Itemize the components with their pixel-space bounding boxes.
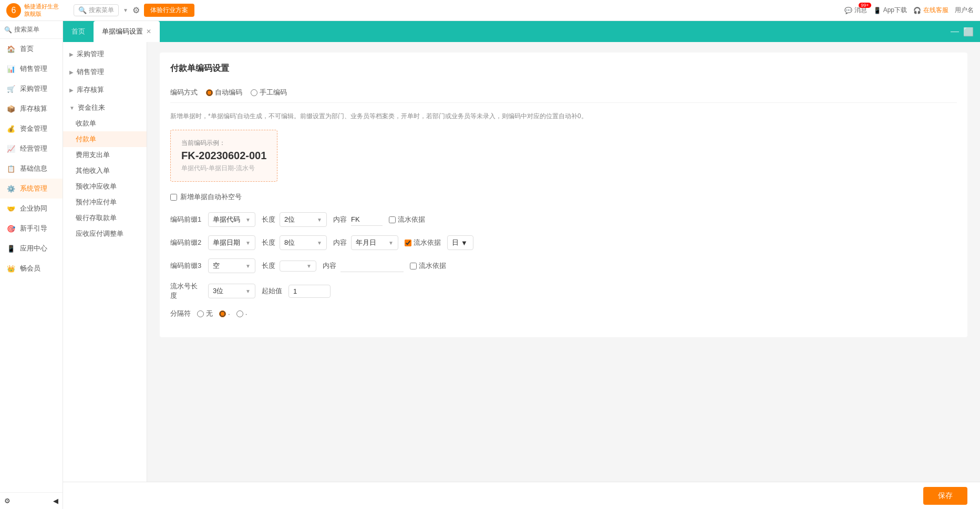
sales-icon: 📊 (6, 64, 16, 74)
example-code: FK-20230602-001 (181, 150, 266, 162)
subnav-group-inventory: ▶ 库存核算 (63, 82, 147, 98)
subnav-item-payment[interactable]: 付款单 (63, 131, 147, 147)
base-icon: 📋 (6, 164, 16, 173)
sidebar-item-label: 基础信息 (20, 164, 47, 173)
sidebar-item-corp[interactable]: 🤝 企业协同 (0, 199, 63, 219)
prefix3-content-input (341, 259, 404, 272)
app-download-button[interactable]: 📱 App下载 (873, 6, 907, 15)
sep-dot-radio[interactable] (219, 310, 226, 317)
message-icon: 💬 (844, 7, 852, 14)
online-service-button[interactable]: 🎧 在线客服 (913, 6, 948, 15)
sidebar-item-purchase[interactable]: 🛒 采购管理 (0, 79, 63, 99)
prefix1-serial-label: 流水依据 (398, 215, 425, 224)
prefix2-chevron-icon: ▼ (245, 240, 251, 246)
subnav-item-adjust[interactable]: 应收应付调整单 (63, 226, 147, 242)
sidebar-item-guide[interactable]: 🎯 新手引导 (0, 219, 63, 238)
prefix3-content-label: 内容 (323, 261, 336, 271)
subnav-item-bank[interactable]: 银行存取款单 (63, 210, 147, 226)
sidebar-item-label: 企业协同 (20, 204, 47, 213)
subnav-group-sales-title[interactable]: ▶ 销售管理 (63, 64, 147, 80)
sep-dot-option[interactable]: · (219, 310, 230, 318)
sep-dot2-option[interactable]: · (236, 310, 247, 318)
prefix2-length-group: 长度 8位 ▼ (262, 235, 327, 250)
sidebar: 🔍 搜索菜单 🏠 首页 📊 销售管理 🛒 采购管理 📦 库存核算 💰 资金管理 … (0, 21, 63, 509)
prefix2-serial-label: 流水依据 (414, 238, 441, 247)
sidebar-item-operation[interactable]: 📈 经营管理 (0, 139, 63, 159)
sidebar-collapse-icon[interactable]: ◀ (53, 497, 58, 505)
prefix2-content-select[interactable]: 年月日 ▼ (351, 235, 398, 250)
sidebar-item-base[interactable]: 📋 基础信息 (0, 159, 63, 179)
prefix2-serial-unit-select[interactable]: 日 ▼ (447, 235, 473, 250)
settings-icon[interactable]: ⚙ (132, 5, 140, 15)
subnav-item-pre-pay[interactable]: 预付冲应付单 (63, 194, 147, 210)
tab-minimize-button[interactable]: — (951, 27, 959, 36)
prefix3-length-group: 长度 ▼ (262, 261, 316, 272)
prefix2-length-select[interactable]: 8位 ▼ (280, 235, 327, 250)
prefix1-serial-check[interactable] (389, 216, 396, 223)
serial-start-input[interactable] (288, 285, 331, 298)
subnav-group-purchase-title[interactable]: ▶ 采购管理 (63, 46, 147, 62)
sidebar-item-inventory[interactable]: 📦 库存核算 (0, 99, 63, 119)
prefix3-length-select[interactable]: ▼ (280, 261, 316, 272)
sidebar-item-system[interactable]: ⚙️ 系统管理 (0, 179, 63, 199)
subnav-item-expense[interactable]: 费用支出单 (63, 147, 147, 163)
serial-start-label: 起始值 (262, 286, 282, 296)
prefix3-serial-check[interactable] (410, 263, 417, 269)
prefix2-select[interactable]: 单据日期 ▼ (208, 235, 255, 250)
subnav-group-finance-title[interactable]: ▼ 资金往来 (63, 100, 147, 116)
home-icon: 🏠 (6, 44, 16, 54)
prefix1-value: 单据代码 (213, 215, 240, 224)
prefix3-length-label: 长度 (262, 261, 275, 271)
prefix1-length-select[interactable]: 2位 ▼ (280, 212, 327, 227)
subnav-item-other-income[interactable]: 其他收入单 (63, 163, 147, 179)
main-layout: 🔍 搜索菜单 🏠 首页 📊 销售管理 🛒 采购管理 📦 库存核算 💰 资金管理 … (0, 21, 980, 509)
prefix3-serial-checkbox[interactable]: 流水依据 (410, 261, 446, 271)
sidebar-item-label: 经营管理 (20, 144, 47, 153)
user-info[interactable]: 用户名 (955, 6, 974, 15)
prefix3-select[interactable]: 空 ▼ (208, 258, 255, 273)
prefix2-serial-checkbox[interactable]: 流水依据 (405, 238, 441, 247)
serial-length-select[interactable]: 3位 ▼ (208, 284, 255, 298)
subnav-group-inventory-title[interactable]: ▶ 库存核算 (63, 82, 147, 98)
trial-button[interactable]: 体验行业方案 (144, 4, 194, 17)
tab-maximize-button[interactable]: ⬜ (963, 27, 974, 37)
tab-home[interactable]: 首页 (63, 21, 94, 42)
tab-encode-settings[interactable]: 单据编码设置 ✕ (94, 21, 160, 42)
serial-length-value: 3位 (213, 286, 223, 296)
prefix2-serial-check[interactable] (405, 240, 411, 246)
sep-none-option[interactable]: 无 (197, 309, 213, 318)
prefix1-serial-checkbox[interactable]: 流水依据 (389, 215, 425, 224)
finance-icon: 💰 (6, 124, 16, 133)
sidebar-item-home[interactable]: 🏠 首页 (0, 39, 63, 59)
prefix1-label: 编码前缀1 (170, 215, 202, 224)
sidebar-item-app-center[interactable]: 📱 应用中心 (0, 238, 63, 258)
sidebar-item-finance[interactable]: 💰 资金管理 (0, 119, 63, 139)
tab-close-icon[interactable]: ✕ (146, 28, 151, 35)
search-box[interactable]: 🔍 搜索菜单 (74, 4, 119, 16)
autofill-checkbox[interactable] (170, 194, 177, 201)
chevron-down-icon: ▼ (69, 105, 75, 111)
sidebar-item-sales[interactable]: 📊 销售管理 (0, 59, 63, 79)
prefix1-chevron-icon: ▼ (245, 217, 251, 223)
sep-dot2-radio[interactable] (236, 310, 243, 317)
prefix3-value: 空 (213, 261, 220, 271)
auto-encode-option[interactable]: 自动编码 (206, 88, 242, 97)
search-icon: 🔍 (78, 6, 87, 14)
prefix1-content-group: 内容 (333, 213, 383, 226)
subnav-item-receipt[interactable]: 收款单 (63, 116, 147, 131)
prefix1-select[interactable]: 单据代码 ▼ (208, 212, 255, 227)
serial-length-chevron-icon: ▼ (245, 288, 251, 294)
manual-encode-option[interactable]: 手工编码 (251, 88, 287, 97)
manual-encode-radio[interactable] (251, 89, 257, 96)
sidebar-search[interactable]: 🔍 搜索菜单 (0, 21, 63, 39)
message-button[interactable]: 💬 消息 99+ (844, 6, 867, 15)
auto-encode-radio[interactable] (206, 89, 213, 96)
sidebar-item-member[interactable]: 👑 畅会员 (0, 258, 63, 278)
save-button[interactable]: 保存 (923, 487, 967, 505)
logo-icon: 6 (6, 3, 21, 18)
prefix2-label: 编码前缀2 (170, 238, 202, 247)
sep-none-radio[interactable] (197, 310, 204, 317)
prefix2-content-group: 内容 年月日 ▼ (333, 235, 398, 250)
sidebar-settings-icon[interactable]: ⚙ (4, 497, 11, 505)
subnav-item-pre-receive[interactable]: 预收冲应收单 (63, 179, 147, 194)
